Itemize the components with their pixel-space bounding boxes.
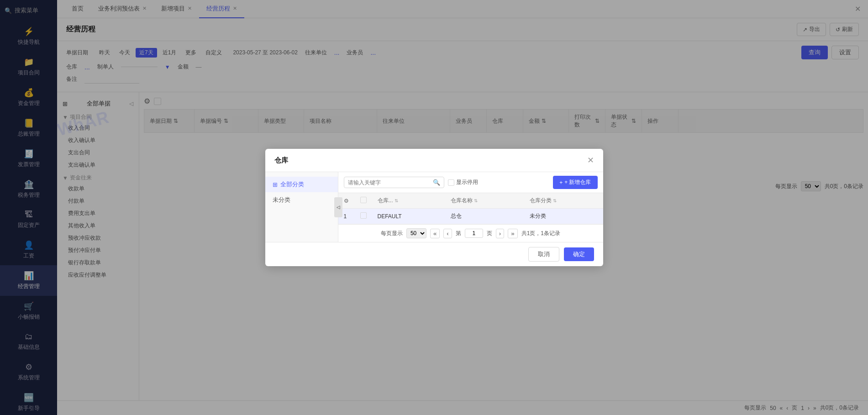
modal-next-page-btn[interactable]: › [496, 229, 504, 238]
modal-search-input[interactable] [348, 179, 431, 186]
sort-code-icon[interactable]: ⇅ [395, 198, 398, 203]
modal-table: ⚙ 仓库... ⇅ 仓库名称 [338, 193, 603, 224]
modal-overlay: 仓库 ✕ ⊞ 全部分类 未分类 ◁ [0, 0, 868, 415]
modal-page-input[interactable] [465, 229, 483, 238]
modal-title: 仓库 [274, 156, 288, 165]
sort-cat-icon[interactable]: ⇅ [553, 198, 557, 203]
modal-left-collapse-btn[interactable]: ◁ [334, 197, 342, 217]
modal-uncategorized[interactable]: 未分类 [265, 192, 338, 208]
th-modal-code: 仓库... ⇅ [372, 193, 445, 209]
th-modal-checkbox [355, 193, 372, 209]
row-category: 未分类 [524, 209, 603, 224]
th-modal-category: 仓库分类 ⇅ [524, 193, 603, 209]
row-name: 总仓 [445, 209, 524, 224]
grid-icon-modal: ⊞ [273, 181, 278, 188]
cancel-button[interactable]: 取消 [528, 247, 559, 262]
modal-body: ⊞ 全部分类 未分类 ◁ 🔍 [265, 172, 603, 242]
row-code: DEFAULT [372, 209, 445, 224]
show-disabled-toggle: 显示停用 [448, 179, 478, 186]
collapse-arrow-icon: ◁ [337, 205, 340, 210]
row-select-checkbox[interactable] [360, 212, 367, 219]
modal-table-header-row: ⚙ 仓库... ⇅ 仓库名称 [338, 193, 603, 209]
table-row[interactable]: 1 DEFAULT 总仓 未分类 [338, 209, 603, 224]
modal-close-button[interactable]: ✕ [587, 155, 594, 165]
modal-per-page-select[interactable]: 50 [406, 228, 426, 238]
modal-prev-page-btn[interactable]: ‹ [443, 229, 452, 238]
modal-all-label: 全部分类 [280, 180, 304, 189]
modal-page-label: 第 [456, 230, 461, 237]
modal-first-page-btn[interactable]: « [430, 229, 440, 238]
modal-right-panel: 🔍 显示停用 + + 新增仓库 [338, 172, 603, 242]
modal-toolbar: 🔍 显示停用 + + 新增仓库 [338, 172, 603, 193]
modal-table-wrap: ⚙ 仓库... ⇅ 仓库名称 [338, 193, 603, 224]
show-disabled-label: 显示停用 [456, 179, 478, 186]
modal-left-panel: ⊞ 全部分类 未分类 ◁ [265, 172, 338, 242]
warehouse-modal: 仓库 ✕ ⊞ 全部分类 未分类 ◁ [265, 149, 603, 266]
modal-pagination: 每页显示 50 « ‹ 第 页 › » 共1页，1条记录 [338, 224, 603, 242]
modal-footer: 取消 确定 [265, 242, 603, 266]
show-disabled-checkbox[interactable] [448, 179, 454, 186]
modal-all-categories[interactable]: ⊞ 全部分类 [265, 177, 338, 192]
modal-select-all[interactable] [360, 197, 367, 203]
add-warehouse-label: + 新增仓库 [564, 179, 591, 186]
modal-last-page-btn[interactable]: » [508, 229, 517, 238]
modal-per-page-label: 每页显示 [381, 230, 403, 237]
plus-icon: + [559, 179, 563, 186]
confirm-button[interactable]: 确定 [564, 247, 594, 261]
sort-name-icon[interactable]: ⇅ [474, 198, 478, 203]
modal-total-text: 共1页，1条记录 [521, 230, 560, 237]
settings-icon-th[interactable]: ⚙ [344, 198, 349, 204]
modal-search-icon[interactable]: 🔍 [433, 179, 440, 186]
modal-page-suffix: 页 [487, 230, 492, 237]
th-modal-name: 仓库名称 ⇅ [445, 193, 524, 209]
modal-header: 仓库 ✕ [265, 149, 603, 172]
add-warehouse-button[interactable]: + + 新增仓库 [553, 176, 597, 189]
row-checkbox[interactable] [355, 209, 372, 224]
modal-search-box: 🔍 [344, 177, 444, 188]
modal-uncat-label: 未分类 [273, 196, 290, 203]
